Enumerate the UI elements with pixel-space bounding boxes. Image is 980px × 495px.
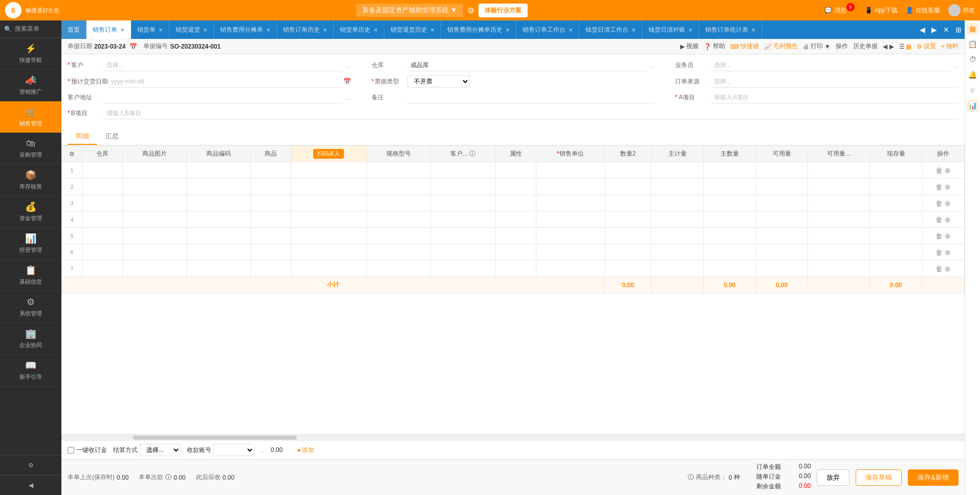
delete-icon[interactable]: 🗑 — [935, 248, 943, 256]
payment-select[interactable]: 选择... — [140, 444, 181, 456]
calendar-icon[interactable]: 📅 — [129, 43, 137, 50]
sidebar-item-marketing[interactable]: 📣 营销推广 — [0, 70, 61, 101]
settings-icon[interactable]: ⚙ — [467, 6, 474, 15]
print-btn[interactable]: 🖨 打印 ▼ — [803, 42, 831, 51]
app-download-btn[interactable]: 📱 App下载 — [865, 6, 898, 15]
discard-btn[interactable]: 放弃 — [817, 469, 850, 486]
copy-icon[interactable]: ⊕ — [945, 183, 951, 191]
delete-icon[interactable]: 🗑 — [935, 183, 943, 191]
tab-return-history[interactable]: 销货退货历史 ✕ — [384, 20, 441, 39]
remark-input[interactable] — [407, 92, 655, 103]
customer-expand[interactable]: … — [345, 62, 351, 69]
tab-sales-order[interactable]: 销售订单 ✕ — [86, 20, 131, 39]
save-new-btn[interactable]: 保存&新增 — [908, 469, 959, 486]
sidebar-item-finance[interactable]: 💰 资金管理 — [0, 196, 61, 228]
tab-sales-order-close[interactable]: ✕ — [120, 27, 124, 33]
tab-sales-invoice-close[interactable]: ✕ — [159, 27, 163, 33]
sidebar-item-enterprise[interactable]: 🏢 企业协同 — [0, 323, 61, 355]
system-title[interactable]: 装备及固定资产辅助管理系统 ▼ — [356, 4, 464, 17]
order-source-input[interactable] — [711, 76, 959, 88]
col-settings[interactable]: ⚙ — [62, 146, 82, 162]
account-expand[interactable]: … — [258, 446, 265, 454]
delete-icon[interactable]: 🗑 — [935, 265, 943, 273]
tab-cash-workbench[interactable]: 钱货日清工作台 ✕ — [579, 20, 642, 39]
tab-order-history[interactable]: 销售订单历史 ✕ — [277, 20, 334, 39]
tab-expense-split[interactable]: 销售费用分摊单 ✕ — [214, 20, 277, 39]
tab-expand-btn[interactable]: ⊞ — [952, 20, 965, 39]
a-project-input[interactable] — [711, 92, 959, 103]
tab-prev-btn[interactable]: ◀ — [917, 20, 928, 39]
tab-detail[interactable]: 明细 — [68, 128, 97, 145]
tab-sales-return[interactable]: 销货退货 ✕ — [169, 20, 214, 39]
tab-expense-history[interactable]: 销售费用分摊单历史 ✕ — [441, 20, 516, 39]
staff-input[interactable] — [711, 59, 950, 71]
tab-sales-invoice[interactable]: 销货单 ✕ — [131, 20, 169, 39]
delivery-input[interactable] — [108, 76, 341, 88]
copy-icon[interactable]: ⊕ — [945, 232, 951, 240]
tab-sales-stats[interactable]: 销售订单统计表 ✕ — [699, 20, 762, 39]
tab-cash-reconcile[interactable]: 钱货日清对账 ✕ — [642, 20, 699, 39]
copy-icon[interactable]: ⊕ — [945, 248, 951, 256]
warehouse-expand[interactable]: … — [648, 62, 655, 69]
sidebar-settings-btn[interactable]: ⚙ — [0, 455, 61, 475]
customer-input[interactable] — [103, 59, 343, 71]
right-panel-icon-5[interactable]: ☆ — [967, 84, 979, 96]
right-panel-icon-4[interactable]: 🔔 — [967, 69, 979, 81]
sidebar-item-base[interactable]: 📋 基础信息 — [0, 260, 61, 291]
tab-next-btn[interactable]: ▶ — [928, 20, 940, 39]
address-input[interactable] — [103, 92, 343, 103]
online-service-btn[interactable]: 👤 在线客服 — [906, 6, 940, 15]
sidebar-item-inventory[interactable]: 📦 库存核算 — [0, 164, 61, 196]
sidebar-collapse-btn[interactable]: ◀ — [0, 475, 61, 495]
scan-button[interactable]: 扫码录入 — [313, 149, 344, 159]
copy-icon[interactable]: ⊕ — [945, 265, 951, 273]
right-panel-icon-6[interactable]: 📊 — [967, 99, 979, 112]
right-panel-icon-1[interactable]: ▦ — [967, 23, 979, 35]
scroll-thumb[interactable] — [133, 436, 297, 440]
delete-icon[interactable]: 🗑 — [935, 216, 943, 224]
right-panel-icon-3[interactable]: ⏱ — [967, 53, 979, 66]
col-scan[interactable]: 扫码录入 — [291, 146, 366, 162]
copy-icon[interactable]: ⊕ — [945, 166, 951, 175]
copy-icon[interactable]: ⊕ — [945, 199, 951, 207]
view-btn[interactable]: ▶ 视频 — [680, 42, 699, 51]
list-view-btn[interactable]: ☰ — [899, 43, 905, 50]
sidebar-item-sales[interactable]: 🛒 销售管理 — [0, 101, 61, 133]
tab-sales-return-close[interactable]: ✕ — [203, 27, 207, 33]
tab-home[interactable]: 首页 — [61, 20, 86, 39]
delivery-calendar-icon[interactable]: 📅 — [343, 78, 351, 85]
warehouse-input[interactable] — [407, 59, 647, 71]
delete-icon[interactable]: 🗑 — [935, 232, 943, 240]
tab-summary[interactable]: 汇总 — [97, 128, 127, 145]
nav-left-btn[interactable]: ◀ — [883, 43, 887, 50]
help-btn[interactable]: ❓ 帮助 — [704, 42, 725, 51]
scroll-bar[interactable] — [61, 434, 965, 440]
sidebar-item-sys[interactable]: ⚙ 系统管理 — [0, 291, 61, 323]
tab-close-btn[interactable]: ✕ — [940, 20, 952, 39]
add-btn[interactable]: ● 添加 — [297, 446, 314, 455]
action-btn[interactable]: 操作 — [836, 42, 848, 51]
copy-icon[interactable]: ⊕ — [945, 216, 951, 224]
history-btn[interactable]: 历史单据 — [853, 42, 878, 51]
sidebar-item-quick-nav[interactable]: ⚡ 快捷导航 — [0, 38, 61, 70]
sidebar-search[interactable]: 🔍 搜索菜单 — [0, 20, 61, 38]
nav-right-btn[interactable]: ▶ — [889, 43, 894, 50]
user-menu[interactable]: 用友 — [948, 4, 975, 16]
industry-button[interactable]: 体验行业方案 — [478, 4, 528, 17]
profit-btn[interactable]: 📈 毛利预告 — [764, 42, 798, 51]
add-material-btn[interactable]: + 物料 — [941, 42, 959, 51]
sidebar-item-purchase[interactable]: 🛍 采购管理 — [0, 133, 61, 164]
sidebar-item-guide[interactable]: 📖 新手引导 — [0, 355, 61, 386]
b-project-input[interactable] — [103, 107, 959, 119]
delete-icon[interactable]: 🗑 — [935, 199, 943, 207]
invoice-select[interactable]: 不开票 增值税普通发票 增值税专用发票 — [407, 75, 470, 88]
staff-expand[interactable]: … — [952, 62, 959, 69]
account-select[interactable] — [213, 444, 254, 456]
save-draft-btn[interactable]: 保存草稿 — [856, 469, 902, 486]
settings-side-btn[interactable]: ⚙ 设置 — [917, 42, 936, 51]
address-expand[interactable]: … — [345, 94, 351, 101]
one-click-checkbox[interactable] — [68, 447, 74, 454]
notification-btn[interactable]: 💬 消息 9 — [824, 6, 857, 15]
form-view-btn[interactable]: ▦ — [906, 43, 911, 50]
right-panel-icon-2[interactable]: 📋 — [967, 38, 979, 50]
